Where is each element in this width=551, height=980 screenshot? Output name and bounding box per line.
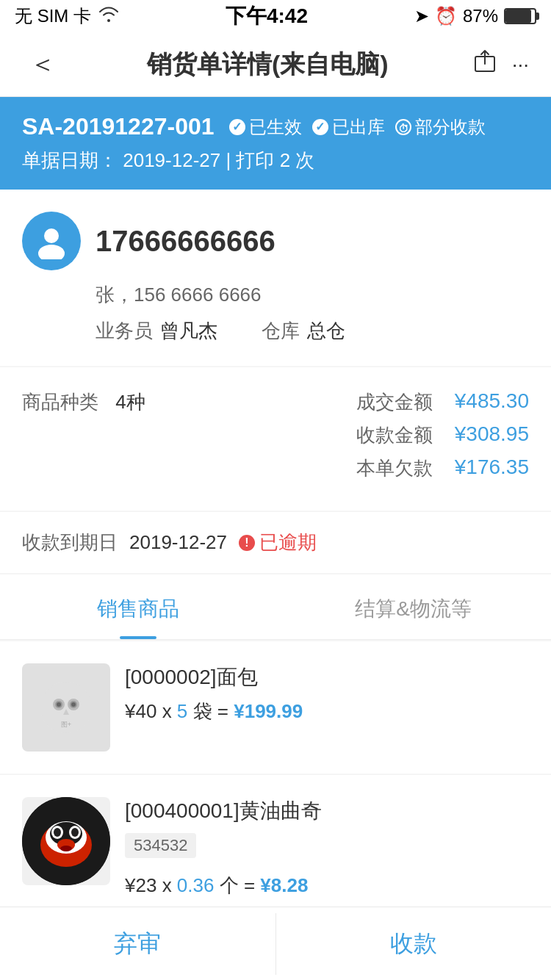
- status-right: ➤ ⏰ 87%: [414, 6, 536, 26]
- product-info-1: [0000002]面包 ¥40 x 5 袋 = ¥199.99: [125, 663, 529, 724]
- product-name-1: [0000002]面包: [125, 663, 529, 691]
- customer-contact: 张，156 6666 6666: [22, 282, 529, 308]
- tabs-row: 销售商品 结算&物流等: [0, 574, 551, 640]
- svg-point-21: [60, 846, 72, 851]
- deal-amount: ¥485.30: [455, 389, 529, 415]
- payment-button[interactable]: 收款: [276, 913, 552, 975]
- svg-point-1: [44, 228, 59, 243]
- sales-label: 业务员: [96, 318, 153, 344]
- product-thumb-1: 图+: [22, 663, 110, 752]
- back-button[interactable]: ＜: [22, 39, 63, 90]
- overdue-badge: ! 已逾期: [239, 530, 317, 555]
- sales-name: 曾凡杰: [160, 318, 217, 344]
- due-date-section: 收款到期日 2019-12-27 ! 已逾期: [0, 512, 551, 573]
- product-sku-2: 534532: [125, 833, 196, 858]
- status-left: 无 SIM 卡: [15, 4, 119, 28]
- tabs-section: 销售商品 结算&物流等: [0, 574, 551, 640]
- warehouse-name: 总仓: [307, 318, 345, 344]
- alarm-icon: ⏰: [435, 6, 457, 26]
- check-icon-shipped: ✓: [312, 119, 328, 135]
- customer-avatar: [22, 212, 81, 270]
- product-thumb-placeholder-1: 图+: [22, 663, 110, 752]
- customer-meta: 业务员 曾凡杰 仓库 总仓: [22, 318, 529, 344]
- page-title: 销货单详情(来自电脑): [63, 48, 472, 82]
- debt-amount: ¥176.35: [455, 455, 529, 481]
- check-icon-active: ✓: [229, 119, 245, 135]
- more-button[interactable]: ···: [512, 53, 529, 76]
- status-tags: ✓ 已生效 ✓ 已出库 ⏱ 部分收款: [229, 115, 486, 139]
- status-bar: 无 SIM 卡 下午4:42 ➤ ⏰ 87%: [0, 0, 551, 32]
- product-total-1: ¥199.99: [234, 700, 303, 722]
- product-type-count: 商品种类 4种: [22, 389, 145, 415]
- location-icon: ➤: [414, 6, 429, 26]
- svg-point-8: [57, 702, 61, 707]
- battery-icon: [504, 8, 536, 24]
- time-label: 下午4:42: [226, 2, 308, 30]
- cancel-review-button[interactable]: 弃审: [0, 913, 276, 975]
- header-banner: SA-20191227-001 ✓ 已生效 ✓ 已出库 ⏱ 部分收款 单据日期：…: [0, 97, 551, 190]
- product-list: 图+ [0000002]面包 ¥40 x 5 袋 = ¥199.99: [0, 641, 551, 920]
- wifi-icon: [98, 6, 119, 26]
- financial-stats: 成交金额 ¥485.30 收款金额 ¥308.95 本单欠款 ¥176.35: [356, 389, 529, 489]
- debt-amount-row: 本单欠款 ¥176.35: [356, 455, 529, 481]
- svg-point-18: [54, 828, 61, 837]
- clock-icon: ⏱: [395, 119, 411, 135]
- product-thumb-2: [22, 797, 110, 885]
- svg-text:图+: 图+: [61, 721, 71, 728]
- product-total-2: ¥8.28: [260, 874, 308, 896]
- battery-percent: 87%: [463, 6, 498, 26]
- sales-info: 业务员 曾凡杰: [96, 318, 217, 344]
- due-date-value: 2019-12-27: [129, 531, 227, 554]
- deal-amount-row: 成交金额 ¥485.30: [356, 389, 529, 415]
- stats-section: 商品种类 4种 成交金额 ¥485.30 收款金额 ¥308.95 本单欠款 ¥…: [0, 367, 551, 511]
- nav-actions: ···: [472, 49, 529, 79]
- tab-products[interactable]: 销售商品: [0, 574, 276, 639]
- status-active: ✓ 已生效: [229, 115, 302, 139]
- header-date: 单据日期： 2019-12-27 | 打印 2 次: [22, 148, 529, 173]
- tab-settlement[interactable]: 结算&物流等: [276, 574, 551, 639]
- customer-id: 17666666666: [96, 225, 276, 258]
- product-qty-1: 5: [177, 700, 187, 722]
- bottom-bar: 弃审 收款: [0, 907, 551, 980]
- due-date-label: 收款到期日: [22, 530, 118, 555]
- svg-point-2: [38, 245, 65, 259]
- order-id: SA-20191227-001: [22, 113, 215, 140]
- product-name-2: [000400001]黄油曲奇: [125, 797, 529, 825]
- product-price-1: ¥40 x 5 袋 = ¥199.99: [125, 699, 529, 724]
- product-qty-2: 0.36: [177, 874, 215, 896]
- receipt-amount: ¥308.95: [455, 422, 529, 448]
- warehouse-label: 仓库: [262, 318, 300, 344]
- product-price-2: ¥23 x 0.36 个 = ¥8.28: [125, 873, 529, 898]
- carrier-label: 无 SIM 卡: [15, 4, 91, 28]
- nav-bar: ＜ 销货单详情(来自电脑) ···: [0, 32, 551, 97]
- receipt-amount-row: 收款金额 ¥308.95: [356, 422, 529, 448]
- warehouse-info: 仓库 总仓: [262, 318, 345, 344]
- product-item: [000400001]黄油曲奇 534532 ¥23 x 0.36 个 = ¥8…: [0, 775, 551, 920]
- customer-section: 17666666666 张，156 6666 6666 业务员 曾凡杰 仓库 总…: [0, 190, 551, 366]
- svg-point-19: [71, 828, 79, 837]
- product-item: 图+ [0000002]面包 ¥40 x 5 袋 = ¥199.99: [0, 641, 551, 774]
- status-partial: ⏱ 部分收款: [395, 115, 486, 139]
- overdue-label: 已逾期: [259, 530, 317, 555]
- share-button[interactable]: [472, 49, 497, 79]
- status-shipped: ✓ 已出库: [312, 115, 385, 139]
- overdue-icon: !: [239, 535, 255, 551]
- product-info-2: [000400001]黄油曲奇 534532 ¥23 x 0.36 个 = ¥8…: [125, 797, 529, 898]
- svg-point-9: [71, 702, 76, 707]
